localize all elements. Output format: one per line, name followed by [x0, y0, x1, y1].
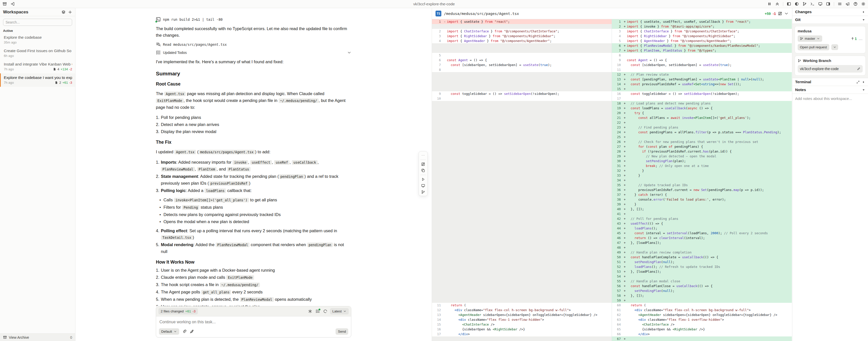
- terminal-section-header[interactable]: Terminal: [792, 78, 868, 86]
- theme-icon[interactable]: [795, 2, 799, 6]
- new-workspace-button[interactable]: [68, 10, 72, 14]
- arrow-up-icon: [851, 37, 854, 40]
- list-item: •Calls invoke<PlanItem[]>('get_all_plans…: [158, 196, 351, 204]
- expand-icon[interactable]: [856, 81, 860, 84]
- top-bar-left-icons: [3, 2, 15, 6]
- diff-row: 22+: [612, 120, 792, 125]
- diff-view-toggle-icon[interactable]: [778, 11, 782, 16]
- collapse-diff-icon[interactable]: [784, 11, 788, 16]
- diff-row: 48+: [612, 245, 792, 250]
- workspace-item[interactable]: Install and integrate Vibe Kanban Web C.…: [0, 60, 75, 73]
- heading: Summary: [156, 70, 351, 76]
- diff-row: [432, 111, 612, 115]
- repo-name: medusa: [798, 29, 863, 33]
- dictate-button[interactable]: [190, 329, 194, 334]
- git-more-button[interactable]: ...: [859, 36, 863, 41]
- open-pull-request-menu[interactable]: [831, 44, 838, 50]
- diff-row: [432, 192, 612, 197]
- tasks-icon[interactable]: [316, 309, 320, 313]
- workspace-item[interactable]: Explore the codebase I want you to exp..…: [0, 73, 75, 87]
- monitor-icon[interactable]: [421, 184, 425, 188]
- send-button[interactable]: Send: [336, 328, 348, 335]
- workspace-item[interactable]: Explore the codebase35m ago: [0, 33, 75, 46]
- branch-name: master: [805, 37, 815, 40]
- notes-section-header[interactable]: Notes: [792, 86, 868, 94]
- collapse-sidebar-icon[interactable]: [10, 2, 15, 6]
- pause-icon[interactable]: [767, 2, 772, 6]
- git-branch-icon[interactable]: [802, 2, 807, 6]
- archive-icon[interactable]: [3, 2, 7, 6]
- attach-file-button[interactable]: [182, 329, 187, 334]
- chat-scroll-area[interactable]: npm run build 2>&1 | tail -80The build c…: [75, 8, 432, 306]
- tool-call-row[interactable]: Updated Todos: [156, 50, 351, 55]
- notes-input[interactable]: Add notes about this workspace...: [792, 94, 868, 341]
- workspace-title: Create Good First Issues on Github So p.…: [4, 49, 72, 53]
- diff-row: [432, 130, 612, 134]
- diff-row: [432, 101, 612, 106]
- diff-row: [432, 72, 612, 77]
- diff-row: 17: [612, 96, 792, 101]
- mode-label: Default: [161, 330, 172, 333]
- version-label: Latest: [332, 309, 342, 313]
- git-section-header[interactable]: Git: [792, 16, 868, 24]
- play-icon[interactable]: [421, 177, 425, 181]
- terminal-icon[interactable]: [810, 2, 815, 6]
- panel-right-icon[interactable]: [826, 2, 830, 6]
- diff-header: TS /medusa/medusa/src/pages/Agent.tsx +5…: [432, 8, 792, 19]
- changes-section-header[interactable]: Changes: [792, 8, 868, 16]
- diff-hidden-icon[interactable]: [421, 162, 425, 166]
- spark-icon[interactable]: [308, 309, 312, 313]
- git-branch-icon[interactable]: [421, 190, 425, 194]
- search-input[interactable]: [3, 19, 72, 26]
- help-icon[interactable]: [853, 2, 858, 6]
- monitor-icon[interactable]: [818, 2, 823, 6]
- list-item: 1.User is on the Agent page with a Docke…: [156, 267, 351, 274]
- copy-icon[interactable]: [421, 168, 425, 173]
- panel-left-icon[interactable]: [787, 2, 791, 6]
- megaphone-icon[interactable]: [845, 2, 850, 6]
- diff-row: 1-import { useState } from "react";: [432, 19, 612, 24]
- view-archive-button[interactable]: View Archive 0: [0, 333, 75, 341]
- menu-icon[interactable]: [838, 2, 842, 6]
- drag-dots[interactable]: [421, 153, 425, 157]
- chevrons-up-icon[interactable]: [775, 2, 779, 6]
- workspace-title: Explore the codebase: [4, 35, 72, 40]
- diff-row: [432, 168, 612, 173]
- diff-row: 35+ // Update tracked plan IDs: [612, 183, 792, 187]
- workspace-item[interactable]: Create Good First Issues on Github So p.…: [0, 46, 75, 60]
- files-changed-chip[interactable]: 2 files changed +61 -3: [158, 308, 198, 314]
- branch-selector[interactable]: master: [798, 35, 822, 42]
- chevron-down-icon[interactable]: [347, 51, 351, 55]
- floating-toolbar: [418, 151, 428, 196]
- diff-row: 46+ return () => clearInterval(interval)…: [612, 236, 792, 240]
- working-branch-input[interactable]: vk/3ccf-explore-the-code: [798, 65, 863, 72]
- diff-row: 28+ if (!previousPlanIdsRef.current.has(…: [612, 149, 792, 154]
- paragraph: The Agent.tsx page was missing all plan …: [156, 90, 351, 111]
- tool-call-row[interactable]: Read medusa/src/pages/Agent.tsx: [156, 42, 351, 47]
- inline-code: PlanReviewModal: [240, 297, 274, 302]
- inline-code: ExitPlanMode: [156, 98, 184, 103]
- diff-row: [432, 231, 612, 236]
- diff-row: [432, 183, 612, 187]
- diff-row: [432, 207, 612, 212]
- layers-icon[interactable]: [61, 10, 66, 14]
- diff-row: 41+: [612, 212, 792, 216]
- tool-call-label: Updated Todos: [163, 51, 187, 55]
- diff-row: 12 <div className="flex flex-col h-scree…: [432, 308, 612, 312]
- diff-old-column[interactable]: 1-import { useState } from "react";2impo…: [432, 19, 612, 341]
- heading: Root Cause: [156, 82, 351, 87]
- edit-branch-icon[interactable]: [857, 67, 860, 70]
- spinner-icon[interactable]: [323, 309, 328, 313]
- diff-new-column[interactable]: 1+import { useState, useEffect, useRef, …: [612, 19, 792, 341]
- diff-row: 9const Agent = () => {: [612, 58, 792, 62]
- message-input[interactable]: Continue working on this task...: [159, 320, 348, 324]
- open-pull-request-button[interactable]: Open pull request: [798, 44, 829, 50]
- mode-selector[interactable]: Default: [159, 328, 179, 335]
- inline-code: useCallback: [292, 160, 317, 165]
- settings-icon[interactable]: [861, 2, 865, 6]
- version-selector[interactable]: Latest: [330, 308, 349, 314]
- tool-call-row[interactable]: npm run build 2>&1 | tail -80: [156, 17, 351, 22]
- diff-row: [432, 255, 612, 259]
- diff-row: [432, 125, 612, 130]
- diff-row: 60 return (: [612, 303, 792, 308]
